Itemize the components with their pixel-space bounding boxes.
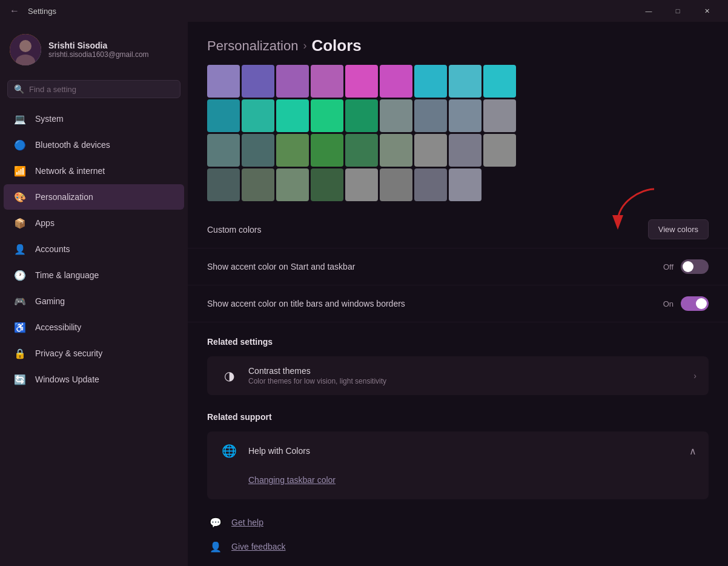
system-label: System — [35, 114, 64, 124]
color-swatch[interactable] — [449, 65, 481, 98]
color-swatch[interactable] — [345, 168, 378, 201]
color-swatch[interactable] — [345, 134, 378, 167]
back-button[interactable]: ← — [7, 4, 22, 18]
color-row — [207, 65, 709, 98]
maximize-button[interactable]: □ — [664, 0, 692, 22]
search-input[interactable] — [29, 85, 174, 94]
get-help-label[interactable]: Get help — [231, 518, 263, 527]
help-link-taskbar[interactable]: Changing taskbar color — [248, 470, 697, 490]
sidebar-item-personalization[interactable]: 🎨 Personalization — [4, 184, 184, 210]
color-swatch[interactable] — [414, 134, 447, 167]
help-card-chevron: ∧ — [689, 445, 697, 457]
color-swatch[interactable] — [276, 168, 309, 201]
color-swatch[interactable] — [345, 65, 378, 98]
titlebar-title: Settings — [28, 7, 56, 16]
sidebar-item-accessibility[interactable]: ♿ Accessibility — [4, 315, 184, 340]
color-swatch[interactable] — [414, 99, 447, 132]
contrast-themes-icon: ◑ — [219, 366, 239, 385]
view-colors-button[interactable]: View colors — [648, 219, 709, 239]
color-swatch[interactable] — [276, 65, 309, 98]
update-label: Windows Update — [35, 375, 99, 384]
sidebar-item-system[interactable]: 💻 System — [4, 106, 184, 132]
accent-taskbar-toggle[interactable] — [681, 259, 709, 274]
color-swatch[interactable] — [242, 99, 274, 132]
color-swatch[interactable] — [449, 99, 481, 132]
sidebar-nav: 💻 System 🔵 Bluetooth & devices 📶 Network… — [0, 105, 188, 393]
sidebar-item-privacy[interactable]: 🔒 Privacy & security — [4, 341, 184, 366]
sidebar-item-network[interactable]: 📶 Network & internet — [4, 158, 184, 184]
sidebar-item-gaming[interactable]: 🎮 Gaming — [4, 288, 184, 314]
sidebar-item-time[interactable]: 🕐 Time & language — [4, 262, 184, 288]
color-swatch[interactable] — [311, 99, 343, 132]
minimize-button[interactable]: — — [635, 0, 663, 22]
color-swatch[interactable] — [483, 134, 516, 167]
accounts-label: Accounts — [35, 244, 70, 254]
color-swatch[interactable] — [414, 65, 447, 98]
color-swatch[interactable] — [311, 134, 343, 167]
color-swatch[interactable] — [414, 168, 447, 201]
accent-title-status: On — [663, 299, 673, 308]
color-swatch[interactable] — [449, 134, 481, 167]
give-feedback-label[interactable]: Give feedback — [231, 542, 286, 551]
bottom-action-give-feedback[interactable]: 👤 Give feedback — [207, 538, 709, 555]
color-swatch[interactable] — [483, 65, 516, 98]
breadcrumb-current: Colors — [311, 36, 361, 55]
sidebar-item-apps[interactable]: 📦 Apps — [4, 210, 184, 236]
help-card-content: Changing taskbar color — [207, 470, 709, 499]
color-swatch[interactable] — [242, 168, 274, 201]
give-feedback-icon: 👤 — [207, 538, 224, 555]
color-swatch[interactable] — [242, 134, 274, 167]
help-card-header[interactable]: 🌐 Help with Colors ∧ — [207, 431, 709, 470]
gaming-label: Gaming — [35, 296, 65, 306]
help-card-left: 🌐 Help with Colors — [219, 441, 310, 461]
color-swatch[interactable] — [380, 134, 412, 167]
color-swatch[interactable] — [276, 99, 309, 132]
color-swatch[interactable] — [207, 99, 240, 132]
bluetooth-icon: 🔵 — [13, 138, 27, 151]
accent-taskbar-right: Off — [663, 259, 709, 274]
contrast-themes-card[interactable]: ◑ Contrast themes Color themes for low v… — [207, 356, 709, 395]
bottom-action-get-help[interactable]: 💬 Get help — [207, 514, 709, 531]
personalization-label: Personalization — [35, 192, 93, 202]
accent-title-toggle[interactable] — [681, 296, 709, 311]
custom-colors-row: Custom colors View colors — [188, 211, 728, 248]
accent-taskbar-track — [681, 259, 709, 274]
network-icon: 📶 — [13, 164, 27, 178]
color-swatch[interactable] — [207, 65, 240, 98]
accent-taskbar-thumb — [683, 261, 693, 272]
color-swatch[interactable] — [311, 168, 343, 201]
color-swatch[interactable] — [207, 134, 240, 167]
system-icon: 💻 — [13, 112, 27, 125]
time-icon: 🕐 — [13, 268, 27, 282]
personalization-icon: 🎨 — [13, 190, 27, 204]
color-swatch[interactable] — [449, 168, 481, 201]
search-box[interactable]: 🔍 — [7, 80, 180, 98]
app-container: Srishti Sisodia srishti.sisodia1603@gmai… — [0, 22, 728, 566]
contrast-themes-text: Contrast themes Color themes for low vis… — [248, 366, 386, 385]
privacy-label: Privacy & security — [35, 348, 102, 358]
color-swatch[interactable] — [207, 168, 240, 201]
color-grid — [207, 65, 709, 201]
accounts-icon: 👤 — [13, 242, 27, 256]
color-swatch[interactable] — [483, 99, 516, 132]
color-swatch[interactable] — [276, 134, 309, 167]
bottom-actions: 💬 Get help 👤 Give feedback — [188, 502, 728, 566]
color-swatch[interactable] — [242, 65, 274, 98]
color-swatch[interactable] — [311, 65, 343, 98]
accessibility-label: Accessibility — [35, 322, 81, 332]
accent-title-thumb — [696, 298, 707, 309]
color-swatch[interactable] — [380, 168, 412, 201]
sidebar-item-update[interactable]: 🔄 Windows Update — [4, 367, 184, 392]
sidebar-item-bluetooth[interactable]: 🔵 Bluetooth & devices — [4, 132, 184, 158]
color-swatch[interactable] — [380, 99, 412, 132]
color-swatch[interactable] — [380, 65, 412, 98]
sidebar-item-accounts[interactable]: 👤 Accounts — [4, 236, 184, 262]
help-globe-icon: 🌐 — [219, 441, 239, 461]
color-row — [207, 99, 709, 132]
accent-title-track — [681, 296, 709, 311]
breadcrumb-separator: › — [303, 39, 306, 52]
color-grid-container — [188, 65, 728, 211]
close-button[interactable]: ✕ — [693, 0, 721, 22]
profile[interactable]: Srishti Sisodia srishti.sisodia1603@gmai… — [0, 22, 188, 75]
color-swatch[interactable] — [345, 99, 378, 132]
